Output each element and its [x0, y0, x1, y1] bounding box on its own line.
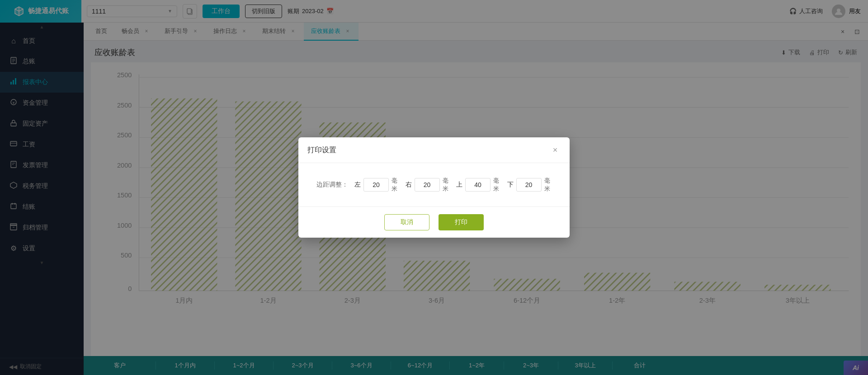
modal-body: 边距调整： 左 毫米 右 毫米 上 毫米 下	[298, 163, 570, 206]
modal-header: 打印设置 ×	[298, 137, 570, 163]
margin-label: 边距调整：	[316, 181, 348, 189]
top-dir-label: 上	[456, 181, 462, 189]
bottom-dir-label: 下	[507, 181, 514, 189]
modal-overlay: 打印设置 × 边距调整： 左 毫米 右 毫米 上	[0, 0, 868, 375]
right-margin-group: 右 毫米	[406, 177, 450, 193]
confirm-print-button[interactable]: 打印	[439, 214, 484, 230]
bottom-margin-input[interactable]	[516, 178, 542, 192]
right-unit: 毫米	[443, 177, 450, 193]
bottom-unit: 毫米	[544, 177, 552, 193]
left-margin-group: 左 毫米	[354, 177, 399, 193]
cancel-button[interactable]: 取消	[384, 214, 429, 230]
top-margin-input[interactable]	[465, 178, 491, 192]
top-margin-group: 上 毫米	[456, 177, 501, 193]
bottom-margin-group: 下 毫米	[507, 177, 552, 193]
margin-row: 边距调整： 左 毫米 右 毫米 上 毫米 下	[316, 177, 552, 193]
right-dir-label: 右	[406, 181, 412, 189]
print-settings-dialog: 打印设置 × 边距调整： 左 毫米 右 毫米 上	[298, 137, 570, 238]
modal-close-button[interactable]: ×	[550, 145, 561, 155]
left-unit: 毫米	[392, 177, 399, 193]
top-unit: 毫米	[493, 177, 501, 193]
modal-title: 打印设置	[307, 145, 336, 155]
right-margin-input[interactable]	[415, 178, 440, 192]
modal-footer: 取消 打印	[298, 206, 570, 238]
left-margin-input[interactable]	[363, 178, 389, 192]
left-dir-label: 左	[354, 181, 361, 189]
